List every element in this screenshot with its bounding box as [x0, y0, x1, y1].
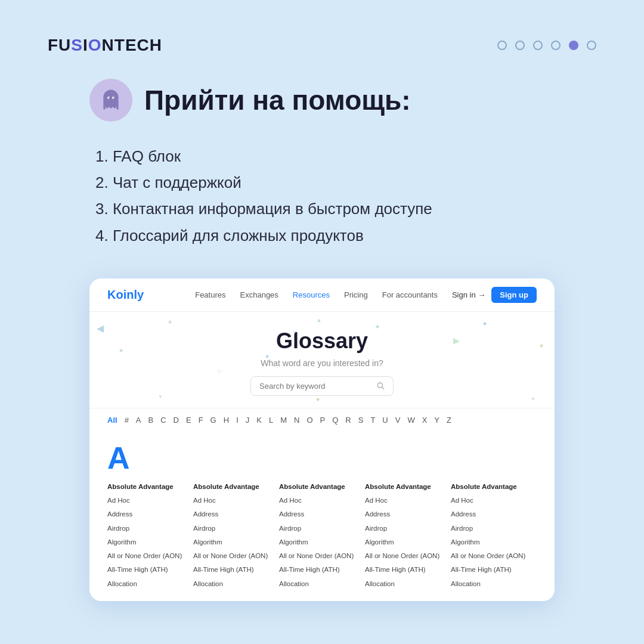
glossary-item[interactable]: Ad Hoc — [451, 496, 537, 506]
alpha-d[interactable]: D — [174, 416, 179, 425]
alpha-x[interactable]: X — [422, 416, 428, 425]
alpha-p[interactable]: P — [320, 416, 326, 425]
nav-pricing[interactable]: Pricing — [344, 290, 368, 299]
glossary-item[interactable]: Ad Hoc — [107, 496, 193, 506]
glossary-item[interactable]: All or None Order (AON) — [193, 551, 279, 561]
glossary-item[interactable]: Airdrop — [451, 524, 537, 534]
glossary-item[interactable]: Airdrop — [107, 524, 193, 534]
nav-exchanges[interactable]: Exchanges — [240, 290, 278, 299]
ghost-icon-container — [89, 79, 132, 122]
glossary-item[interactable]: Ad Hoc — [365, 496, 451, 506]
alpha-j[interactable]: J — [246, 416, 250, 425]
alpha-r[interactable]: R — [345, 416, 351, 425]
glossary-item[interactable]: Absolute Advantage — [451, 482, 537, 492]
alpha-m[interactable]: M — [280, 416, 287, 425]
glossary-item[interactable]: All-Time High (ATH) — [107, 565, 193, 575]
glossary-item[interactable]: All or None Order (AON) — [107, 551, 193, 561]
alpha-t[interactable]: T — [370, 416, 375, 425]
alpha-f[interactable]: F — [199, 416, 203, 425]
glossary-item[interactable]: Address — [107, 509, 193, 519]
dot-1[interactable] — [497, 41, 507, 50]
glossary-item[interactable]: Allocation — [193, 579, 279, 589]
glossary-item[interactable]: Address — [193, 509, 279, 519]
glossary-item[interactable]: All or None Order (AON) — [279, 551, 365, 561]
glossary-grid: Absolute Advantage Ad Hoc Address Airdro… — [89, 482, 555, 601]
glossary-item[interactable]: Absolute Advantage — [365, 482, 451, 492]
pagination-dots — [497, 41, 596, 50]
glossary-item[interactable]: Algorithm — [107, 537, 193, 547]
glossary-hero: ◀ ▲ ▲ ▼ ◆ ▶ ◆ ◆ ◆ ◆ ◆ ◆ ◇ Glossary What … — [89, 312, 555, 408]
glossary-item[interactable]: Address — [451, 509, 537, 519]
glossary-item[interactable]: Algorithm — [451, 537, 537, 547]
glossary-item[interactable]: Algorithm — [193, 537, 279, 547]
deco-diamond2: ◆ — [483, 321, 487, 326]
glossary-item[interactable]: All or None Order (AON) — [451, 551, 537, 561]
koinly-nav-links: Features Exchanges Resources Pricing For… — [195, 290, 438, 299]
glossary-item[interactable]: Address — [279, 509, 365, 519]
alpha-u[interactable]: U — [382, 416, 388, 425]
glossary-item[interactable]: Allocation — [365, 579, 451, 589]
glossary-col-4: Absolute Advantage Ad Hoc Address Airdro… — [365, 482, 451, 589]
glossary-item[interactable]: Allocation — [279, 579, 365, 589]
alpha-i[interactable]: I — [236, 416, 239, 425]
alpha-a[interactable]: A — [136, 416, 141, 425]
svg-point-3 — [113, 98, 114, 99]
alpha-e[interactable]: E — [186, 416, 191, 425]
glossary-item[interactable]: All-Time High (ATH) — [193, 565, 279, 575]
alpha-k[interactable]: K — [256, 416, 262, 425]
glossary-item[interactable]: All-Time High (ATH) — [279, 565, 365, 575]
alpha-hash[interactable]: # — [125, 416, 129, 425]
alpha-y[interactable]: Y — [434, 416, 439, 425]
alpha-b[interactable]: B — [148, 416, 154, 425]
glossary-col-5: Absolute Advantage Ad Hoc Address Airdro… — [451, 482, 537, 589]
glossary-item[interactable]: Airdrop — [279, 524, 365, 534]
nav-resources[interactable]: Resources — [293, 290, 330, 299]
glossary-item[interactable]: Absolute Advantage — [107, 482, 193, 492]
list-item-3: 3. Контактная информация в быстром досту… — [95, 196, 555, 222]
glossary-item[interactable]: Airdrop — [365, 524, 451, 534]
alpha-l[interactable]: L — [269, 416, 273, 425]
dot-2[interactable] — [515, 41, 525, 50]
glossary-item[interactable]: All or None Order (AON) — [365, 551, 451, 561]
glossary-item[interactable]: All-Time High (ATH) — [451, 565, 537, 575]
section-heading: Прийти на помощь: — [89, 79, 555, 122]
alpha-z[interactable]: Z — [447, 416, 451, 425]
glossary-item[interactable]: Algorithm — [365, 537, 451, 547]
glossary-item[interactable]: Allocation — [451, 579, 537, 589]
search-box[interactable] — [250, 376, 394, 396]
feature-list: 1. FAQ блок 2. Чат с поддержкой 3. Конта… — [89, 143, 555, 249]
glossary-item[interactable]: Ad Hoc — [279, 496, 365, 506]
alpha-v[interactable]: V — [395, 416, 401, 425]
alpha-s[interactable]: S — [358, 416, 364, 425]
glossary-item[interactable]: Ad Hoc — [193, 496, 279, 506]
alpha-h[interactable]: H — [224, 416, 229, 425]
deco-diamond8: ◇ — [218, 369, 221, 374]
current-letter-heading: A — [89, 432, 555, 482]
nav-for-accountants[interactable]: For accountants — [382, 290, 438, 299]
glossary-item[interactable]: Address — [365, 509, 451, 519]
nav-features[interactable]: Features — [195, 290, 225, 299]
dot-4[interactable] — [551, 41, 561, 50]
dot-3[interactable] — [533, 41, 543, 50]
glossary-item[interactable]: Allocation — [107, 579, 193, 589]
glossary-item[interactable]: Algorithm — [279, 537, 365, 547]
glossary-item[interactable]: Airdrop — [193, 524, 279, 534]
alpha-w[interactable]: W — [407, 416, 414, 425]
dot-6[interactable] — [587, 41, 596, 50]
alpha-g[interactable]: G — [210, 416, 216, 425]
alpha-n[interactable]: N — [294, 416, 299, 425]
glossary-col-3: Absolute Advantage Ad Hoc Address Airdro… — [279, 482, 365, 589]
dot-5-active[interactable] — [569, 41, 578, 50]
alpha-q[interactable]: Q — [332, 416, 338, 425]
glossary-item[interactable]: Absolute Advantage — [279, 482, 365, 492]
alpha-o[interactable]: O — [306, 416, 312, 425]
koinly-signin[interactable]: Sign in → — [452, 290, 485, 299]
alpha-all[interactable]: All — [107, 416, 117, 425]
section-title: Прийти на помощь: — [144, 84, 411, 116]
glossary-item[interactable]: Absolute Advantage — [193, 482, 279, 492]
svg-point-2 — [109, 98, 110, 99]
search-input[interactable] — [259, 382, 372, 391]
koinly-signup[interactable]: Sign up — [491, 287, 537, 303]
alpha-c[interactable]: C — [160, 416, 166, 425]
glossary-item[interactable]: All-Time High (ATH) — [365, 565, 451, 575]
